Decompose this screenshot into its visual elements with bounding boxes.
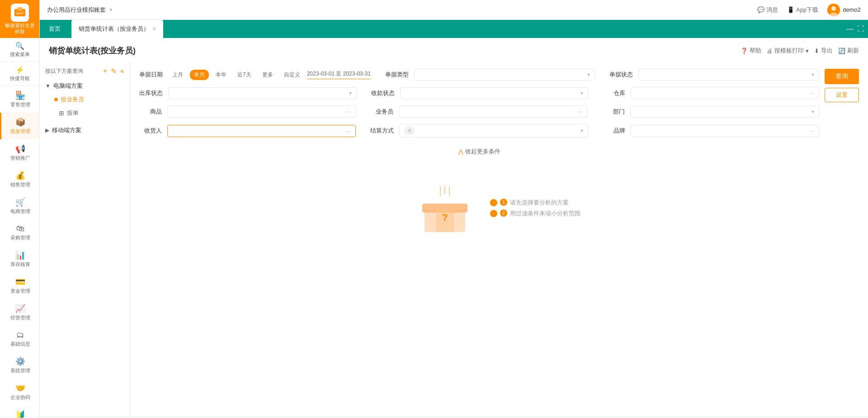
salesman-label: 业务员 — [371, 108, 393, 116]
goods-dots[interactable]: ··· — [346, 108, 351, 115]
sidebar-item-retail[interactable]: 🏪 零售管理 — [0, 86, 39, 113]
search-icon: 🔍 — [15, 42, 24, 50]
pay-status-arrow: ▾ — [580, 90, 583, 96]
tab-home[interactable]: 首页 — [40, 20, 70, 38]
message-button[interactable]: 💬 消息 — [757, 6, 778, 14]
sidebar-shortcut[interactable]: ⚡ 快捷导航 — [0, 62, 39, 86]
sidebar-item-operations[interactable]: 📈 经营管理 — [0, 299, 39, 326]
mobile-scheme-group: ▶ 移动端方案 — [45, 124, 124, 137]
brand-input[interactable]: ··· — [631, 125, 819, 137]
user-menu[interactable]: demo2 — [827, 4, 861, 16]
template-print-button[interactable]: 🖨 按模板打印 ▾ — [767, 47, 809, 55]
pay-status-label: 收款状态 — [371, 89, 395, 97]
help-button[interactable]: ❓ 帮助 — [741, 47, 761, 55]
warehouse-dots[interactable]: ··· — [809, 90, 814, 96]
tab-maximize-icon[interactable]: ⛶ — [857, 25, 864, 33]
shortcut-label: 快捷导航 — [10, 75, 30, 82]
collapse-scheme-icon[interactable]: « — [120, 67, 124, 76]
sidebar-item-finance[interactable]: 💳 资金管理 — [0, 272, 39, 299]
desktop-scheme-header[interactable]: ▼ 电脑端方案 — [45, 79, 124, 93]
username-label: demo2 — [843, 6, 861, 13]
doc-type-label: 单据类型 — [385, 71, 409, 79]
doc-type-select[interactable]: ▾ — [414, 69, 595, 81]
brand-field: ··· — [631, 125, 819, 137]
payment-method-field: × ▾ — [399, 124, 588, 138]
print-icon: 🖨 — [767, 48, 773, 54]
date-btn-7days[interactable]: 近7天 — [233, 70, 255, 80]
salesman-field: ··· — [399, 105, 588, 118]
doc-status-select[interactable]: ▾ — [638, 69, 819, 81]
edit-scheme-icon[interactable]: ✎ — [111, 67, 117, 76]
view-icon: ⊞ — [59, 109, 64, 117]
salesman-input[interactable]: ··· — [399, 105, 588, 118]
sidebar-item-system[interactable]: ⚙️ 系统管理 — [0, 352, 39, 379]
sidebar-item-guide[interactable]: 🔰 新手引导 — [0, 405, 39, 418]
operations-icon: 📈 — [15, 304, 25, 314]
scheme-item-salesman[interactable]: 按业务员 — [45, 93, 124, 106]
query-button[interactable]: 查询 — [825, 69, 859, 84]
sidebar-item-basic[interactable]: 🗂 基础信息 — [0, 326, 39, 352]
sidebar-item-marketing[interactable]: 📢 营销推广 — [0, 139, 39, 166]
sidebar-item-inventory[interactable]: 📊 库存核算 — [0, 246, 39, 272]
scheme-salesman-label: 按业务员 — [61, 95, 84, 104]
collapse-label: 收起更多条件 — [465, 147, 500, 156]
stock-status-arrow: ▾ — [349, 90, 352, 96]
sidebar-nav: 🏪 零售管理 📦 批发管理 📢 营销推广 💰 销售管理 🛒 电商管理 🛍 采购管… — [0, 86, 39, 418]
page-title: 销货单统计表(按业务员) — [49, 45, 136, 56]
settings-button[interactable]: 设置 — [825, 88, 859, 102]
stock-status-select[interactable]: ▾ — [168, 87, 357, 99]
search-label: 搜索菜单 — [10, 51, 30, 58]
receiver-dots[interactable]: ··· — [346, 128, 351, 134]
doc-status-field: ▾ — [638, 69, 819, 81]
page-wrapper: 销货单统计表(按业务员) ❓ 帮助 🖨 按模板打印 ▾ ⬇ 导出 — [40, 38, 868, 416]
step-2-text: 用过滤条件来缩小分析范围 — [510, 209, 580, 218]
payment-tag-close[interactable]: × — [408, 128, 411, 134]
brand-dots[interactable]: ··· — [809, 128, 814, 134]
date-btn-more[interactable]: 更多 — [258, 70, 277, 80]
app-download-button[interactable]: 📱 App下载 — [787, 6, 818, 14]
goods-input[interactable]: ··· — [167, 105, 356, 118]
tab-minimize-icon[interactable]: — — [846, 25, 854, 33]
export-label: 导出 — [821, 47, 833, 55]
tab-close-icon[interactable]: × — [153, 26, 156, 32]
stock-status-field: ▾ — [168, 87, 357, 99]
mobile-scheme-header[interactable]: ▶ 移动端方案 — [45, 124, 124, 137]
sidebar-item-ecommerce[interactable]: 🛒 电商管理 — [0, 193, 39, 219]
tab-bar-right: — ⛶ — [846, 25, 868, 33]
payment-method-select[interactable]: × ▾ — [399, 124, 588, 138]
sidebar-item-purchase[interactable]: 🛍 采购管理 — [0, 219, 39, 246]
date-btn-this-year[interactable]: 本年 — [212, 70, 231, 80]
doc-type-arrow: ▾ — [587, 71, 590, 78]
ecommerce-icon: 🛒 — [15, 197, 25, 207]
purchase-label: 采购管理 — [10, 234, 30, 241]
scheme-item-by-order[interactable]: ⊞ 按单 — [45, 106, 124, 120]
sidebar: ERP 畅捷通好生意 标版 🔍 搜索菜单 ⚡ 快捷导航 🏪 零售管理 📦 批发管… — [0, 0, 40, 418]
department-select[interactable]: ▾ — [630, 106, 819, 118]
date-range-display[interactable]: 2023-03-01 至 2023-03-31 — [307, 70, 371, 79]
ecommerce-label: 电商管理 — [10, 208, 30, 215]
warehouse-field: ··· — [631, 87, 819, 99]
sidebar-logo[interactable]: ERP 畅捷通好生意 标版 — [0, 0, 39, 38]
breadcrumb-dropdown[interactable]: ▾ — [109, 6, 113, 13]
collapse-button[interactable]: ⋀ 收起更多条件 — [458, 147, 500, 156]
refresh-button[interactable]: 🔄 刷新 — [838, 47, 859, 55]
date-btn-custom[interactable]: 自定义 — [280, 70, 304, 80]
filter-row-1: 单据日期 上月 本月 本年 近7天 更多 自定义 2023-03-01 至 20… — [139, 69, 819, 81]
receiver-input[interactable]: ··· — [167, 125, 356, 137]
salesman-dots[interactable]: ··· — [578, 108, 583, 115]
add-scheme-icon[interactable]: + — [103, 67, 107, 76]
tab-active[interactable]: 销货单统计表（按业务员） × — [71, 20, 163, 38]
sidebar-item-sales[interactable]: 💰 销售管理 — [0, 166, 39, 193]
export-button[interactable]: ⬇ 导出 — [814, 47, 833, 55]
warehouse-select[interactable]: ··· — [631, 87, 819, 99]
pay-status-select[interactable]: ▾ — [400, 87, 589, 99]
marketing-label: 营销推广 — [10, 155, 30, 162]
sidebar-item-wholesale[interactable]: 📦 批发管理 — [0, 113, 39, 139]
phone-icon: 📱 — [787, 6, 794, 13]
date-btn-last-month[interactable]: 上月 — [168, 70, 187, 80]
department-field: ▾ — [630, 106, 819, 118]
date-btn-this-month[interactable]: 本月 — [190, 70, 209, 80]
sidebar-search[interactable]: 🔍 搜索菜单 — [0, 38, 39, 62]
sidebar-item-enterprise[interactable]: 🤝 企业协同 — [0, 379, 39, 405]
wholesale-label: 批发管理 — [10, 128, 30, 135]
